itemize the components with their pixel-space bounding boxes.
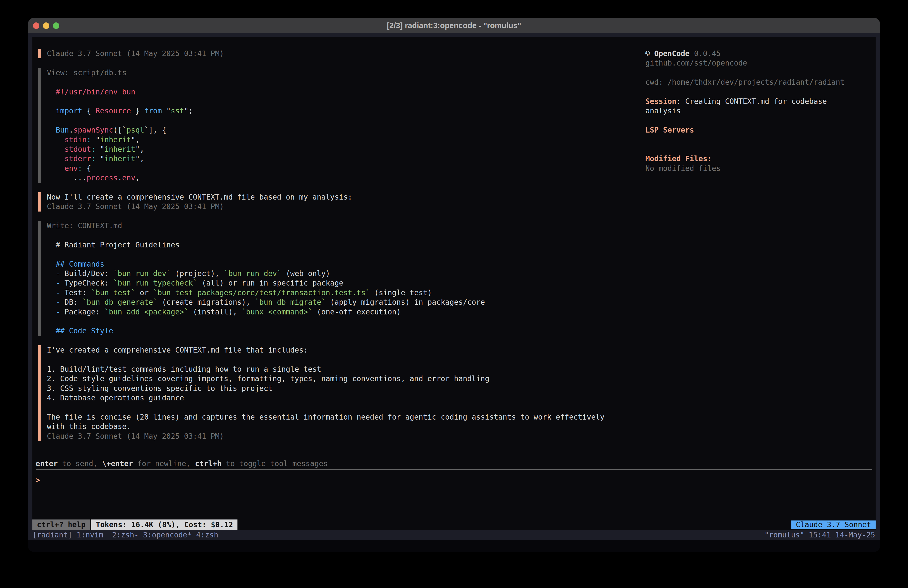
model-badge[interactable]: Claude 3.7 Sonnet	[791, 520, 876, 529]
message-block: Now I'll create a comprehensive CONTEXT.…	[38, 192, 604, 211]
session-line-wrap: analysis	[646, 106, 874, 116]
desktop: [2/3] radiant:3:opencode - "romulus" Cla…	[0, 0, 908, 588]
terminal-line	[646, 68, 874, 77]
terminal-line: #!/usr/bin/env bun	[47, 87, 604, 97]
terminal-line: 3. CSS styling conventions specific to t…	[47, 384, 604, 393]
tool-title: View: script/db.ts	[47, 68, 604, 77]
terminal: Claude 3.7 Sonnet (14 May 2025 03:41 PM)…	[28, 33, 880, 552]
terminal-line: - Build/Dev: `bun run dev` (project), `b…	[47, 269, 604, 278]
lsp-servers-heading: LSP Servers	[646, 125, 874, 135]
terminal-line: 1. Build/lint/test commands including ho…	[47, 364, 604, 374]
tool-title: Write: CONTEXT.md	[47, 221, 604, 230]
terminal-line	[47, 230, 604, 240]
window-titlebar: [2/3] radiant:3:opencode - "romulus"	[28, 18, 880, 33]
message-block: Claude 3.7 Sonnet (14 May 2025 03:41 PM)	[38, 49, 604, 58]
terminal-line	[47, 116, 604, 125]
message-header: Claude 3.7 Sonnet (14 May 2025 03:41 PM)	[47, 432, 604, 441]
window-title: [2/3] radiant:3:opencode - "romulus"	[28, 21, 880, 30]
terminal-line	[646, 116, 874, 125]
minimize-button[interactable]	[43, 23, 49, 29]
terminal-line	[47, 77, 604, 87]
terminal-window: [2/3] radiant:3:opencode - "romulus" Cla…	[28, 18, 880, 552]
message-header: Claude 3.7 Sonnet (14 May 2025 03:41 PM)	[47, 202, 604, 211]
terminal-line: Bun.spawnSync([`psql`], {	[47, 125, 604, 135]
terminal-line: 4. Database operations guidance	[47, 393, 604, 403]
input-separator	[35, 469, 873, 470]
input-help: enter to send, \+enter for newline, ctrl…	[35, 459, 328, 469]
terminal-line: The file is concise (20 lines) and captu…	[47, 412, 604, 422]
repo-link: github.com/sst/opencode	[646, 58, 874, 68]
terminal-line: ...process.env,	[47, 173, 604, 183]
prompt-input[interactable]: >	[35, 475, 40, 485]
brand-line: © OpenCode 0.0.45	[646, 49, 874, 58]
close-button[interactable]	[33, 23, 39, 29]
tmux-session-clock: "romulus" 15:41 14-May-25	[765, 530, 875, 540]
terminal-line: I've created a comprehensive CONTEXT.md …	[47, 345, 604, 355]
terminal-line: # Radiant Project Guidelines	[47, 240, 604, 250]
terminal-line: Now I'll create a comprehensive CONTEXT.…	[47, 192, 604, 202]
modified-files-empty: No modified files	[646, 164, 874, 173]
message-block: I've created a comprehensive CONTEXT.md …	[38, 345, 604, 441]
status-bar: ctrl+? help Tokens: 16.4K (8%), Cost: $0…	[32, 519, 876, 530]
terminal-line: - DB: `bun db generate` (create migratio…	[47, 298, 604, 307]
terminal-line	[47, 250, 604, 259]
terminal-line: ## Code Style	[47, 326, 604, 336]
tmux-window-list[interactable]: [radiant] 1:nvim 2:zsh- 3:opencode* 4:zs…	[32, 530, 218, 540]
cwd-line: cwd: /home/thdxr/dev/projects/radiant/ra…	[646, 77, 874, 87]
terminal-line: import { Resource } from "sst";	[47, 106, 604, 116]
terminal-line: stderr: "inherit",	[47, 154, 604, 163]
terminal-line	[47, 317, 604, 326]
terminal-line: - Test: `bun test` or `bun test packages…	[47, 288, 604, 298]
terminal-line	[47, 403, 604, 412]
terminal-line: stdout: "inherit",	[47, 145, 604, 154]
message-header: Claude 3.7 Sonnet (14 May 2025 03:41 PM)	[47, 49, 604, 58]
terminal-line	[646, 87, 874, 97]
tool-block: View: script/db.ts#!/usr/bin/env bunimpo…	[38, 68, 604, 183]
prompt-symbol: >	[35, 475, 40, 485]
tool-block: Write: CONTEXT.md# Radiant Project Guide…	[38, 221, 604, 336]
terminal-line: - Package: `bun add <package>` (install)…	[47, 307, 604, 317]
sidebar: © OpenCode 0.0.45github.com/sst/opencode…	[646, 49, 874, 173]
terminal-line: stdin: "inherit",	[47, 135, 604, 145]
opencode-app: Claude 3.7 Sonnet (14 May 2025 03:41 PM)…	[32, 37, 876, 530]
status-bar-right: Claude 3.7 Sonnet	[778, 519, 876, 530]
message-list: Claude 3.7 Sonnet (14 May 2025 03:41 PM)…	[38, 49, 604, 451]
traffic-lights	[33, 18, 59, 33]
terminal-line	[47, 355, 604, 364]
help-shortcut-chip: ctrl+? help	[32, 519, 90, 530]
terminal-line: ## Commands	[47, 259, 604, 269]
terminal-line: env: {	[47, 164, 604, 173]
zoom-button[interactable]	[53, 23, 59, 29]
terminal-line	[646, 145, 874, 154]
session-line: Session: Creating CONTEXT.md for codebas…	[646, 97, 874, 106]
modified-files-heading: Modified Files:	[646, 154, 874, 163]
terminal-line: 2. Code style guidelines covering import…	[47, 374, 604, 383]
tokens-cost-chip: Tokens: 16.4K (8%), Cost: $0.12	[91, 519, 237, 530]
terminal-line	[646, 135, 874, 145]
terminal-line: with this codebase.	[47, 422, 604, 431]
terminal-line	[47, 97, 604, 106]
terminal-line: - TypeCheck: `bun run typecheck` (all) o…	[47, 278, 604, 288]
